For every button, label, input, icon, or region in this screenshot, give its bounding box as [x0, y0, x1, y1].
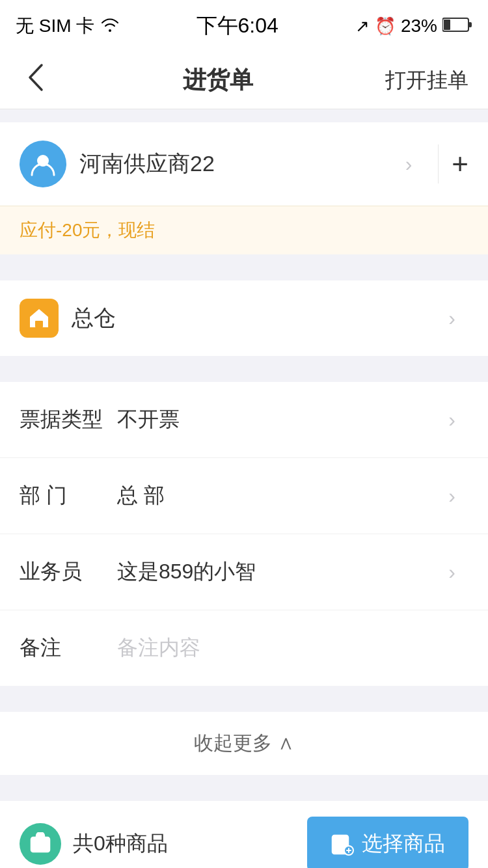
department-value: 总 部: [111, 481, 448, 510]
invoice-type-value: 不开票: [111, 405, 448, 434]
wifi-icon: [101, 16, 119, 36]
notes-row[interactable]: 备注 备注内容: [0, 610, 488, 686]
product-count-icon: [20, 823, 61, 865]
warehouse-chevron-icon: ›: [448, 306, 455, 331]
section-gap-4: [0, 686, 488, 699]
warehouse-row[interactable]: 总仓 ›: [0, 280, 488, 356]
section-gap-1: [0, 109, 488, 122]
svg-rect-2: [444, 20, 450, 30]
section-gap-2: [0, 254, 488, 267]
supplier-row[interactable]: 河南供应商22 › +: [0, 122, 488, 206]
department-chevron-icon: ›: [448, 484, 455, 508]
warehouse-name: 总仓: [72, 303, 448, 333]
product-count-section: 共0种商品: [20, 823, 168, 865]
battery-icon: [442, 16, 472, 36]
invoice-type-row[interactable]: 票据类型 不开票 ›: [0, 382, 488, 458]
select-product-button[interactable]: 选择商品: [307, 817, 468, 868]
invoice-type-chevron-icon: ›: [448, 408, 455, 432]
open-pending-button[interactable]: 打开挂单: [385, 66, 468, 95]
supplier-card: 河南供应商22 › + 应付-20元，现结: [0, 122, 488, 254]
select-product-label: 选择商品: [362, 830, 445, 858]
status-left: 无 SIM 卡: [16, 14, 119, 38]
location-icon: ↗: [355, 16, 370, 36]
add-supplier-button[interactable]: +: [452, 150, 468, 178]
status-right: ↗ ⏰ 23%: [355, 16, 472, 36]
nav-bar: 进货单 打开挂单: [0, 52, 488, 109]
notes-label: 备注: [20, 634, 111, 662]
salesman-row[interactable]: 业务员 这是859的小智 ›: [0, 534, 488, 610]
page-title: 进货单: [183, 64, 253, 96]
product-count-text: 共0种商品: [73, 830, 168, 858]
bottom-bar: 共0种商品 选择商品: [0, 801, 488, 868]
svg-rect-4: [35, 321, 43, 327]
salesman-label: 业务员: [20, 558, 111, 586]
supplier-name: 河南供应商22: [79, 149, 405, 179]
notes-placeholder: 备注内容: [111, 634, 468, 662]
back-button[interactable]: [20, 56, 51, 105]
salesman-chevron-icon: ›: [448, 560, 455, 584]
invoice-type-label: 票据类型: [20, 405, 111, 434]
status-bar: 无 SIM 卡 下午6:04 ↗ ⏰ 23%: [0, 0, 488, 52]
supplier-avatar: [20, 141, 66, 187]
form-section: 票据类型 不开票 › 部 门 总 部 › 业务员 这是859的小智 › 备注 备…: [0, 382, 488, 686]
collapse-bar[interactable]: 收起更多 ∧: [0, 712, 488, 775]
svg-point-6: [38, 843, 42, 847]
warehouse-icon: [20, 299, 59, 338]
section-gap-3: [0, 356, 488, 369]
section-gap-5: [0, 775, 488, 788]
battery-text: 23%: [401, 16, 437, 36]
status-time: 下午6:04: [197, 12, 278, 40]
supplier-notice: 应付-20元，现结: [0, 206, 488, 254]
vertical-divider: [438, 144, 439, 183]
salesman-value: 这是859的小智: [111, 558, 448, 586]
carrier-text: 无 SIM 卡: [16, 14, 94, 38]
department-label: 部 门: [20, 481, 111, 510]
department-row[interactable]: 部 门 总 部 ›: [0, 458, 488, 534]
svg-rect-1: [468, 22, 472, 27]
supplier-chevron-icon: ›: [405, 152, 413, 176]
alarm-icon: ⏰: [375, 16, 396, 36]
